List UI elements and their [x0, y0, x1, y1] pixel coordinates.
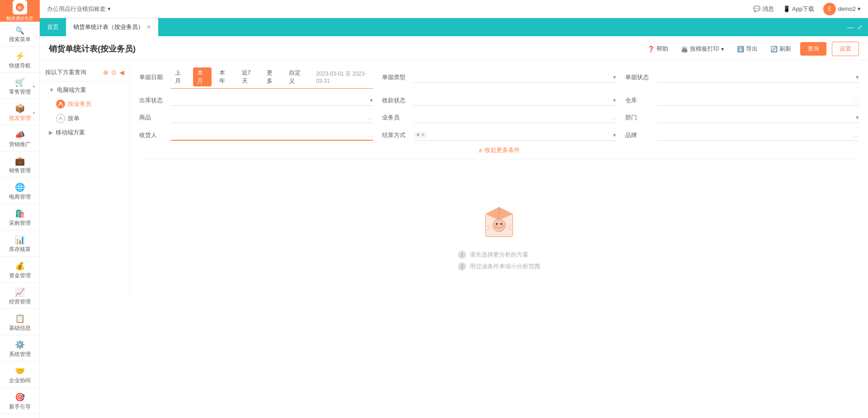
refresh-button[interactable]: 🔄 刷新 [767, 43, 795, 55]
app-download-button[interactable]: 📱 App下载 [783, 5, 814, 13]
salesperson-control[interactable]: … [414, 112, 616, 123]
doc-type-select[interactable]: ▾ [414, 72, 616, 83]
sidebar-item-quick-nav[interactable]: ⚡ 快捷导航 [0, 47, 39, 73]
enterprise-icon: 🤝 [15, 366, 25, 376]
doc-status-select[interactable]: ▾ [657, 72, 859, 83]
sidebar-item-wholesale[interactable]: 📦 批发管理 [0, 99, 39, 125]
sidebar-item-system[interactable]: ⚙️ 系统管理 [0, 335, 39, 361]
page-content: 销货单统计表(按业务员) ❓ 帮助 🖨️ 按模板打印 ▾ ⬇️ 导出 [40, 36, 868, 418]
receiver-control[interactable]: … [171, 129, 373, 141]
tab-close-icon[interactable]: ✕ [146, 24, 151, 30]
export-button[interactable]: ⬇️ 导出 [733, 43, 761, 55]
sidebar-item-ecommerce[interactable]: 🌐 电商管理 [0, 178, 39, 204]
out-status-select[interactable]: ▾ [171, 95, 373, 106]
goods-label: 商品 [139, 114, 171, 122]
collapse-row: ∧ 收起更多条件 [139, 144, 859, 158]
sidebar-item-basic[interactable]: 📋 基础信息 [0, 309, 39, 335]
print-button[interactable]: 🖨️ 按模板打印 ▾ [677, 43, 728, 55]
warehouse-control[interactable]: … [657, 95, 859, 106]
date-range-text: 2023-03-01 至 2023-03-31 [316, 70, 373, 84]
payment-status-arrow-icon: ▾ [613, 97, 616, 104]
topbar-right: 💬 消息 📱 App下载 E demo2 ▾ [753, 3, 861, 15]
sidebar-item-inventory[interactable]: 📊 库存核算 [0, 230, 39, 256]
date-btn-more[interactable]: 更多 [263, 67, 281, 86]
settings-plan-icon[interactable]: ⊙ [111, 69, 117, 76]
collapse-panel-icon[interactable]: ◀ [119, 69, 124, 76]
settlement-tag-text: × [416, 132, 420, 138]
sidebar-nav-label: 电商管理 [9, 193, 31, 201]
collapse-icon: ∧ [478, 147, 483, 154]
dept-select[interactable]: ▾ [657, 112, 859, 123]
warehouse-dots-icon[interactable]: … [853, 97, 859, 104]
sidebar-item-apps[interactable]: 🔲 应用中心 [0, 414, 39, 418]
sidebar-item-finance[interactable]: 💰 资金管理 [0, 256, 39, 283]
tab-minimize-button[interactable]: — [847, 24, 854, 31]
date-btn-7days[interactable]: 近7天 [238, 67, 259, 86]
date-btn-last-month[interactable]: 上月 [171, 67, 189, 86]
settings-button[interactable]: 设置 [832, 42, 859, 56]
breadcrumb-text: 办公用品行业模拟账套 [47, 5, 106, 13]
sidebar-item-operation[interactable]: 📈 经营管理 [0, 283, 39, 309]
settlement-tag: × × [414, 131, 427, 138]
page-title: 销货单统计表(按业务员) [49, 43, 136, 54]
doc-type-arrow-icon: ▾ [613, 74, 616, 81]
sales-icon: 💼 [15, 156, 25, 166]
user-avatar: E [823, 3, 836, 15]
payment-status-select[interactable]: ▾ [414, 95, 616, 106]
warehouse-label: 仓库 [625, 96, 657, 104]
date-label: 单据日期 [139, 73, 171, 81]
breadcrumb: 办公用品行业模拟账套 ▾ [47, 5, 746, 13]
add-plan-icon[interactable]: ⊕ [103, 69, 108, 76]
sidebar-item-newbie[interactable]: 🎯 新手引导 [0, 388, 39, 414]
tree-sub-item-by-doc[interactable]: 按单 [40, 111, 130, 126]
settlement-select[interactable]: × × ▾ [414, 129, 616, 141]
tab-sales-summary[interactable]: 销货单统计表（按业务员） ✕ [66, 18, 158, 36]
tree-item-desktop[interactable]: ▼ 电脑端方案 [40, 83, 130, 97]
goods-control[interactable]: … [171, 112, 373, 123]
sidebar-logo[interactable]: 畅 畅捷通好生意 [0, 0, 40, 22]
print-icon: 🖨️ [681, 46, 688, 52]
date-btn-custom[interactable]: 自定义 [285, 67, 309, 86]
sidebar-item-marketing[interactable]: 📣 营销推广 [0, 125, 39, 152]
tree-sub-item-by-salesperson[interactable]: 按业务员 [40, 97, 130, 111]
filter-date-group: 单据日期 上月 本月 本年 近7天 更多 自定义 2023-03-01 至 20… [139, 66, 373, 89]
receiver-dots-icon[interactable]: … [367, 131, 373, 138]
filter-payment-status-group: 收款状态 ▾ [382, 95, 616, 106]
sidebar-item-purchase[interactable]: 🛍️ 采购管理 [0, 204, 39, 230]
tree-item-mobile[interactable]: ▶ 移动端方案 [40, 126, 130, 139]
settlement-tag-close-icon[interactable]: × [421, 132, 425, 138]
brand-dots-icon[interactable]: … [853, 132, 859, 138]
tab-maximize-button[interactable]: ⤢ [857, 24, 863, 31]
sidebar-nav-label: 新手引导 [9, 403, 31, 411]
sidebar-item-enterprise[interactable]: 🤝 企业协同 [0, 361, 39, 388]
message-button[interactable]: 💬 消息 [753, 5, 774, 13]
user-area[interactable]: E demo2 ▾ [823, 3, 861, 15]
salesperson-dots-icon[interactable]: … [610, 114, 616, 121]
logo-icon: 畅 [13, 0, 27, 14]
goods-dots-icon[interactable]: … [367, 114, 373, 121]
two-col-layout: 按以下方案查询 ⊕ ⊙ ◀ ▼ 电脑端方案 [40, 60, 868, 294]
doc-plan-icon [56, 114, 65, 123]
sidebar-nav-label: 资金管理 [9, 272, 31, 280]
filter-row-3: 商品 … 业务员 … [139, 112, 859, 123]
brand-label: 品牌 [625, 131, 657, 139]
tip-text-1: 请先选择要分析的方案 [470, 251, 528, 259]
date-btn-this-month[interactable]: 本月 [193, 67, 212, 86]
date-btn-this-year[interactable]: 本年 [215, 67, 234, 86]
out-status-arrow-icon: ▾ [370, 97, 373, 104]
settlement-label: 结算方式 [382, 131, 414, 139]
sidebar-item-search[interactable]: 🔍 搜索菜单 [0, 22, 39, 47]
tab-home[interactable]: 首页 [40, 18, 66, 36]
tree-item-mobile-label: 移动端方案 [56, 128, 85, 137]
tip-num-1: 1 [458, 251, 466, 259]
query-button[interactable]: 查询 [800, 42, 826, 56]
collapse-button[interactable]: ∧ 收起更多条件 [478, 146, 520, 154]
sidebar-item-retail[interactable]: 🛒 零售管理 [0, 73, 39, 99]
svg-point-10 [494, 225, 497, 228]
empty-tip-2: 2 用过滤条件来缩小分析范围 [458, 262, 540, 271]
brand-control[interactable]: … [657, 130, 859, 141]
sidebar-item-sales[interactable]: 💼 销售管理 [0, 152, 39, 178]
help-button[interactable]: ❓ 帮助 [644, 43, 672, 55]
empty-state: 1 请先选择要分析的方案 2 用过滤条件来缩小分析范围 [139, 162, 859, 289]
sidebar-nav-label: 快捷导航 [9, 62, 31, 70]
